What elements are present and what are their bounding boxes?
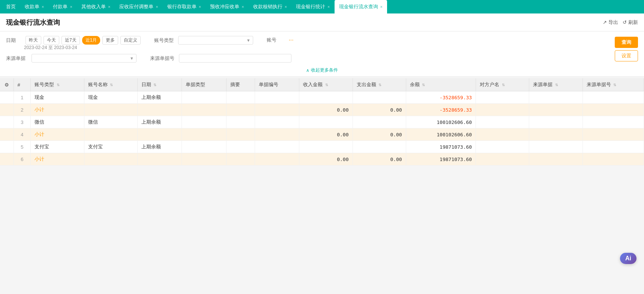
col-num: # (14, 78, 31, 91)
cell-date (137, 104, 182, 116)
settings-button[interactable]: 设置 (615, 50, 638, 61)
cell-num: 3 (14, 116, 31, 128)
cell-source-doc (529, 141, 582, 153)
col-date[interactable]: 日期 ⇅ (137, 78, 182, 91)
cell-source-doc-no (582, 153, 644, 166)
col-account-name[interactable]: 账号名称 ⇅ (84, 78, 137, 91)
date-btn-today[interactable]: 今天 (44, 36, 59, 45)
close-icon[interactable]: × (42, 0, 44, 13)
close-icon[interactable]: × (70, 0, 72, 13)
date-label: 日期 (6, 37, 21, 44)
cell-account-name: 支付宝 (84, 141, 137, 153)
sort-icon: ⇅ (57, 83, 60, 87)
sort-icon: ⇅ (502, 83, 505, 87)
date-btn-1month[interactable]: 近1月 (82, 36, 101, 45)
col-account-type[interactable]: 账号类型 ⇅ (31, 78, 84, 91)
cell-counterpart (476, 104, 529, 116)
close-icon[interactable]: × (108, 0, 110, 13)
cell-date (137, 128, 182, 141)
source-doc-select[interactable]: ▾ (32, 54, 137, 63)
nav-item-1[interactable]: 付款单 × (48, 0, 77, 13)
cell-source-doc (529, 153, 582, 166)
cell-expense (353, 91, 406, 104)
cell-account-type: 支付宝 (31, 141, 84, 153)
close-icon[interactable]: × (242, 0, 244, 13)
cell-account-name (84, 128, 137, 141)
gear-icon[interactable]: ⚙ (5, 82, 9, 88)
cell-income: 0.00 (299, 128, 353, 141)
export-button[interactable]: ↗ 导出 (603, 19, 618, 26)
table-row: 4 小计 0.00 0.00 100102606.60 (0, 128, 644, 141)
cell-counterpart (476, 128, 529, 141)
cell-settings (0, 91, 14, 104)
sort-icon: ⇅ (325, 83, 328, 87)
nav-home[interactable]: 首页 (2, 0, 20, 13)
cell-summary (226, 104, 255, 116)
collapse-row: ∧ 收起更多条件 (6, 66, 638, 73)
account-type-select[interactable]: ▾ (178, 36, 253, 45)
nav-item-2[interactable]: 其他收入单 × (77, 0, 115, 13)
col-counterpart[interactable]: 对方户名 ⇅ (476, 78, 529, 91)
cell-num: 2 (14, 104, 31, 116)
cell-date (137, 153, 182, 166)
cell-counterpart (476, 153, 529, 166)
cell-summary (226, 153, 255, 166)
close-icon[interactable]: × (285, 0, 287, 13)
source-doc-no-input[interactable] (179, 54, 291, 63)
sort-icon: ⇅ (422, 83, 425, 87)
cell-account-type: 小计 (31, 104, 84, 116)
close-icon[interactable]: × (199, 0, 201, 13)
date-btn-more[interactable]: 更多 (102, 36, 118, 45)
sort-icon: ⇅ (153, 83, 156, 87)
cell-doc-no (255, 91, 299, 104)
nav-item-5[interactable]: 预收冲应收单 × (206, 0, 248, 13)
nav-item-6[interactable]: 收款核销执行 × (249, 0, 291, 13)
col-income[interactable]: 收入金额 ⇅ (299, 78, 353, 91)
chevron-down-icon: ▾ (247, 37, 250, 43)
cell-doc-no (255, 128, 299, 141)
sort-icon: ⇅ (378, 83, 381, 87)
cell-account-type: 小计 (31, 128, 84, 141)
nav-item-3[interactable]: 应收应付调整单 × (115, 0, 162, 13)
col-source-doc-no[interactable]: 来源单据号 ⇅ (582, 78, 644, 91)
cell-summary (226, 116, 255, 128)
date-btn-custom[interactable]: 自定义 (120, 36, 141, 45)
col-source-doc[interactable]: 来源单据 ⇅ (529, 78, 582, 91)
nav-item-8[interactable]: 现金银行流水查询 × (335, 0, 387, 13)
col-balance[interactable]: 余额 ⇅ (406, 78, 476, 91)
cell-doc-type (182, 141, 226, 153)
cell-settings (0, 141, 14, 153)
nav-item-4[interactable]: 银行存取款单 × (163, 0, 206, 13)
source-doc-label: 来源单据 (6, 55, 27, 62)
query-button[interactable]: 查询 (615, 37, 638, 48)
close-icon[interactable]: × (156, 0, 158, 13)
account-type-label: 账号类型 (154, 37, 174, 44)
col-expense[interactable]: 支出金额 ⇅ (353, 78, 406, 91)
cell-account-name (84, 153, 137, 166)
date-btn-yesterday[interactable]: 昨天 (26, 36, 41, 45)
account-ellipsis-btn[interactable]: ··· (286, 36, 296, 44)
chevron-down-icon-2: ▾ (131, 55, 133, 61)
account-label: 账号 (267, 37, 282, 43)
cell-source-doc-no (582, 141, 644, 153)
cell-expense: 0.00 (353, 128, 406, 141)
table-row: 3 微信 微信 上期余额 100102606.60 (0, 116, 644, 128)
table-row: 6 小计 0.00 0.00 19871073.60 (0, 153, 644, 166)
col-settings[interactable]: ⚙ (0, 78, 14, 91)
refresh-button[interactable]: ↺ 刷新 (623, 19, 638, 26)
nav-item-7[interactable]: 现金银行统计 × (291, 0, 334, 13)
col-summary: 摘要 (226, 78, 255, 91)
collapse-button[interactable]: ∧ 收起更多条件 (306, 67, 338, 73)
nav-item-0[interactable]: 收款单 × (20, 0, 48, 13)
cell-num: 4 (14, 128, 31, 141)
cell-income (299, 91, 353, 104)
date-btn-7days[interactable]: 近7天 (62, 36, 80, 45)
cell-source-doc (529, 128, 582, 141)
cell-income (299, 116, 353, 128)
page-header: 现金银行流水查询 ↗ 导出 ↺ 刷新 (0, 13, 644, 31)
top-nav: 首页 收款单 × 付款单 × 其他收入单 × 应收应付调整单 × 银行存取款单 … (0, 0, 644, 13)
sort-icon: ⇅ (110, 83, 113, 87)
close-icon[interactable]: × (327, 0, 330, 13)
cell-settings (0, 116, 14, 128)
close-icon[interactable]: × (380, 0, 383, 13)
